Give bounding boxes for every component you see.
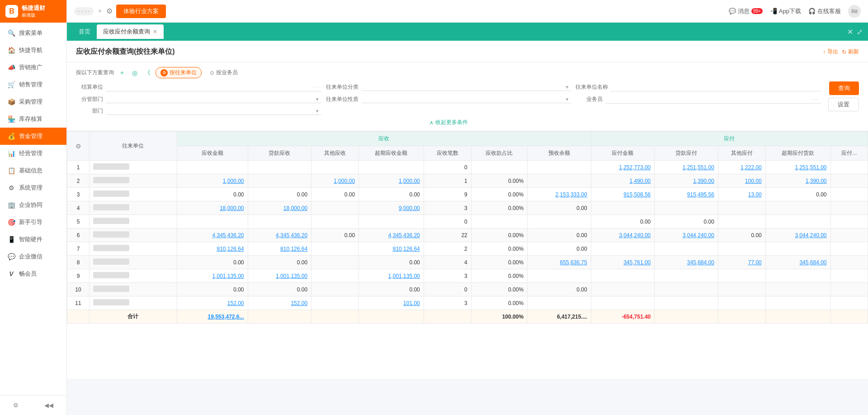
table-row: 11152.00152.00101.0030.00%: [67, 296, 868, 310]
filter-yewuyuan-input-wrap: ···: [605, 95, 821, 104]
logo: B 畅捷通财 标准版: [0, 0, 66, 23]
sidebar-item-basic-info[interactable]: 📋 基础信息: [0, 162, 66, 179]
row-ys-other: [311, 242, 359, 256]
sidebar-item-smart-hw[interactable]: 📱 智能硬件: [0, 231, 66, 248]
tab-maximize-icon[interactable]: ⤢: [857, 28, 863, 36]
filter-yewuyuan-input[interactable]: [607, 96, 812, 102]
row-wanglai: [90, 242, 177, 256]
sidebar-collapse-button[interactable]: ◀◀: [39, 399, 59, 411]
sidebar-item-system[interactable]: ⚙ 系统管理: [0, 179, 66, 196]
wechat-icon: 💬: [7, 253, 15, 261]
row-yf-loan: 3,044,240.00: [655, 229, 718, 242]
row-ys-overdue: 0.00: [359, 188, 424, 201]
tab-balance-label: 应收应付余额查询: [103, 28, 150, 36]
message-button[interactable]: 💬 消息 99+: [729, 7, 763, 15]
tab-close-icon[interactable]: ✕: [153, 29, 157, 35]
row-wanglai: [90, 174, 177, 188]
tab-actions: ✕ ⤢: [847, 28, 863, 36]
refresh-button[interactable]: ↻ 刷新: [842, 48, 859, 56]
filter-target-button[interactable]: ◎: [130, 68, 139, 77]
filter-wanglai-fenlei: 往来单位分类 ▼: [326, 83, 571, 91]
row-num: 8: [67, 256, 90, 269]
header-left: ▫ ▫ ▫ ▫ ▼ ⚙ 体验行业方案: [74, 5, 166, 18]
col-header-ys-pre: 预收余额: [528, 146, 591, 161]
row-yf-loan: [655, 283, 718, 296]
row-ys-other: 1,000.00: [311, 174, 359, 188]
tab-home[interactable]: 首页: [72, 24, 97, 39]
sidebar-item-label: 智能硬件: [19, 235, 42, 243]
filter-row-1: 结算单位 ··· 往来单位分类 ▼ 往来单位: [76, 83, 821, 91]
sidebar-item-guide[interactable]: 🎯 新手引导: [0, 214, 66, 231]
row-ys-pre: [528, 296, 591, 310]
filter-bumen-label: 部门: [76, 107, 103, 115]
page-title-row: 应收应付余额查询(按往来单位) ↑ 导出 ↻ 刷新: [76, 47, 859, 57]
sidebar-item-wechat[interactable]: 💬 企业微信: [0, 248, 66, 265]
col-header-yf-amount: 应付金额: [591, 146, 655, 161]
filter-scheme-active[interactable]: ⚙ 按往来单位: [156, 67, 202, 78]
enterprise-icon: 🏢: [7, 201, 15, 209]
table-row: 7810,126.64810,126.64810,126.6420.00%0.0…: [67, 242, 868, 256]
sidebar-item-purchase[interactable]: 📦 采购管理: [0, 93, 66, 110]
tab-balance-query[interactable]: 应收应付余额查询 ✕: [97, 24, 164, 39]
row-yf-overdue: [765, 242, 830, 256]
row-num: 10: [67, 283, 90, 296]
smart-hw-icon: 📱: [7, 235, 15, 243]
sidebar-item-sales[interactable]: 🛒 销售管理: [0, 76, 66, 93]
row-ys-count: 2: [424, 242, 471, 256]
filter-add-button[interactable]: ＋: [118, 68, 127, 77]
sidebar-item-search[interactable]: 🔍 搜索菜单: [0, 24, 66, 42]
filter-bumen-select[interactable]: ▼: [106, 108, 321, 115]
collapse-icon: ∧: [429, 119, 434, 126]
sidebar-item-label: 企业协同: [19, 201, 42, 209]
sidebar-item-inventory[interactable]: 🏪 库存核算: [0, 110, 66, 128]
sidebar-item-marketing[interactable]: 📣 营销推广: [0, 59, 66, 76]
filter-row-3: 部门 ▼: [76, 107, 821, 115]
sidebar-item-member[interactable]: V 畅会员: [0, 265, 66, 282]
col-header-settings[interactable]: ⚙: [67, 132, 90, 161]
header-gear-icon[interactable]: ⚙: [106, 7, 113, 15]
sidebar-item-label: 资金管理: [19, 132, 42, 140]
tab-home-label: 首页: [79, 28, 90, 36]
row-yf-overdue: 3,044,240.00: [765, 229, 830, 242]
query-button[interactable]: 查询: [829, 81, 859, 95]
filter-wanglai-fenlei-select[interactable]: ▼: [361, 84, 571, 91]
filter-fenguanbu-select[interactable]: ▼: [106, 96, 321, 103]
export-button[interactable]: ↑ 导出: [823, 48, 838, 56]
sidebar-item-enterprise[interactable]: 🏢 企业协同: [0, 196, 66, 214]
sidebar-item-label: 采购管理: [19, 98, 42, 106]
sidebar-item-quick-nav[interactable]: 🏠 快捷导航: [0, 42, 66, 59]
row-yf-amount: 915,508.56: [591, 188, 655, 201]
row-num: 11: [67, 296, 90, 310]
filter-area: 按以下方案查询 ＋ ◎ 《 ⚙ 按往来单位 ⊙ 按业务员: [67, 62, 868, 131]
filter-wanglai-mingcheng-label: 往来单位名称: [576, 83, 608, 91]
row-num: 5: [67, 215, 90, 229]
summary-ys-pre: 6,417,215....: [528, 310, 591, 324]
col-header-yf-overdue: 超期应付货款: [765, 146, 830, 161]
online-service-button[interactable]: 🎧 在线客服: [808, 7, 841, 15]
home-icon: 🏠: [7, 46, 15, 54]
member-icon: V: [7, 270, 15, 278]
filter-salesman-icon: ⊙: [210, 70, 214, 76]
app-download-button[interactable]: 📲 App下载: [770, 7, 801, 15]
promo-button[interactable]: 体验行业方案: [116, 5, 166, 18]
tab-minimize-icon[interactable]: ✕: [847, 28, 853, 36]
table-settings-icon[interactable]: ⚙: [75, 143, 81, 150]
set-button[interactable]: 设置: [828, 98, 859, 111]
user-profile[interactable]: Rit: [848, 5, 861, 18]
message-badge: 99+: [751, 8, 763, 14]
filter-scheme-salesman[interactable]: ⊙ 按业务员: [205, 67, 242, 78]
row-ys-ratio: 0.00%: [471, 188, 527, 201]
row-wanglai: [90, 256, 177, 269]
sidebar-settings-button[interactable]: ⚙: [8, 399, 24, 411]
row-yf-more: [830, 283, 868, 296]
collapse-button[interactable]: ∧ 收起更多条件: [76, 119, 821, 126]
sidebar-item-operations[interactable]: 📊 经营管理: [0, 145, 66, 162]
filter-wanglai-mingcheng-input[interactable]: [613, 84, 819, 90]
row-yf-more: [830, 215, 868, 229]
row-ys-pre: 0.00: [528, 283, 591, 296]
inventory-icon: 🏪: [7, 115, 15, 123]
filter-collapse-left-button[interactable]: 《: [143, 68, 152, 77]
filter-wanglai-xingzhi-select[interactable]: ▼: [361, 96, 571, 103]
filter-jiesuan-input[interactable]: [108, 84, 312, 90]
sidebar-item-finance[interactable]: 💰 资金管理: [0, 128, 66, 145]
